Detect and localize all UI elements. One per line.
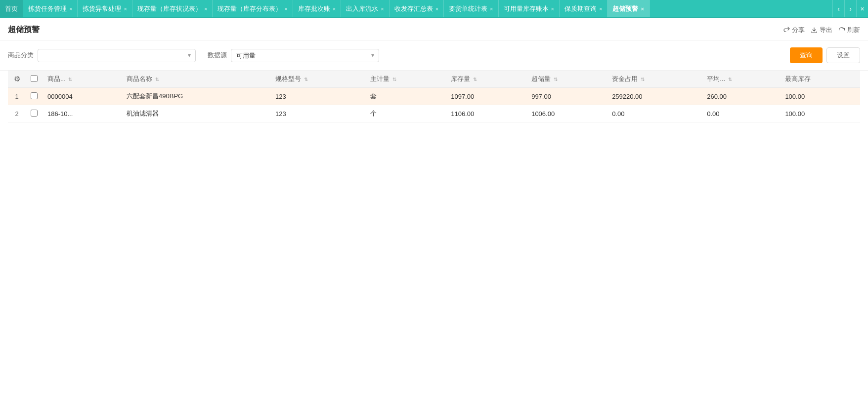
select-all-header[interactable] bbox=[26, 71, 43, 88]
product-spec: 123 bbox=[270, 105, 365, 122]
product-unit: 套 bbox=[365, 88, 446, 105]
close-icon[interactable]: × bbox=[333, 6, 336, 12]
nav-item-order-stat[interactable]: 要货单统计表 × bbox=[444, 0, 498, 17]
col-max-stock: 最高库存 bbox=[780, 71, 860, 88]
stock-qty: 1097.00 bbox=[446, 88, 526, 105]
table-row: 1 0000004 六配套新昌490BPG 123 套 1097.00 997.… bbox=[8, 88, 860, 105]
page-container: 超储预警 分享 导出 刷新 商品 bbox=[0, 18, 868, 395]
settings-gear-header[interactable]: ⚙ bbox=[8, 71, 26, 88]
sort-icon[interactable]: ⇅ bbox=[728, 77, 732, 82]
col-spec: 规格型号 ⇅ bbox=[270, 71, 365, 88]
col-product-name: 商品名称 ⇅ bbox=[122, 71, 270, 88]
close-icon[interactable]: × bbox=[435, 6, 438, 12]
gear-icon[interactable]: ⚙ bbox=[14, 75, 20, 83]
product-code: 186-10... bbox=[43, 105, 122, 122]
stock-qty: 1106.00 bbox=[446, 105, 526, 122]
query-button[interactable]: 查询 bbox=[790, 47, 823, 63]
nav-item-stock-dist[interactable]: 现存量（库存分布表） × bbox=[213, 0, 293, 17]
nav-item-stock-status[interactable]: 现存量（库存状况表） × bbox=[132, 0, 213, 17]
close-icon[interactable]: × bbox=[124, 6, 127, 12]
datasource-select[interactable]: 可用量 bbox=[231, 49, 379, 62]
row-index: 1 bbox=[8, 88, 26, 105]
close-icon[interactable]: × bbox=[381, 6, 384, 12]
sort-icon[interactable]: ⇅ bbox=[473, 77, 477, 82]
close-icon[interactable]: × bbox=[641, 6, 644, 12]
datasource-select-wrapper: 可用量 bbox=[231, 49, 379, 62]
nav-item-home[interactable]: 首页 bbox=[0, 0, 23, 17]
category-filter: 商品分类 bbox=[8, 49, 196, 62]
col-capital: 资金占用 ⇅ bbox=[607, 71, 702, 88]
nav-item-inout[interactable]: 出入库流水 × bbox=[341, 0, 389, 17]
table-row: 2 186-10... 机油滤清器 123 个 1106.00 1006.00 … bbox=[8, 105, 860, 122]
row-checkbox[interactable] bbox=[31, 92, 38, 99]
col-overstock: 超储量 ⇅ bbox=[526, 71, 607, 88]
export-button[interactable]: 导出 bbox=[811, 26, 832, 35]
overstock-table: ⚙ 商品... ⇅ 商品名称 ⇅ 规格型号 ⇅ bbox=[8, 71, 860, 122]
table-container: ⚙ 商品... ⇅ 商品名称 ⇅ 规格型号 ⇅ bbox=[0, 71, 868, 122]
header-actions: 分享 导出 刷新 bbox=[783, 26, 860, 35]
nav-item-summary[interactable]: 收发存汇总表 × bbox=[390, 0, 444, 17]
category-select-wrapper bbox=[38, 49, 196, 62]
nav-item-batch[interactable]: 库存批次账 × bbox=[293, 0, 341, 17]
filter-actions: 查询 设置 bbox=[790, 47, 860, 63]
table-body: 1 0000004 六配套新昌490BPG 123 套 1097.00 997.… bbox=[8, 88, 860, 122]
row-checkbox[interactable] bbox=[31, 110, 38, 117]
nav-arrow-close[interactable]: × bbox=[856, 0, 868, 18]
max-stock: 100.00 bbox=[780, 105, 860, 122]
avg-price: 260.00 bbox=[702, 88, 780, 105]
row-checkbox-cell[interactable] bbox=[26, 88, 43, 105]
datasource-filter: 数据源 可用量 bbox=[208, 49, 379, 62]
max-stock: 100.00 bbox=[780, 88, 860, 105]
sort-icon[interactable]: ⇅ bbox=[68, 77, 72, 82]
nav-item-overstock[interactable]: 超储预警 × bbox=[608, 0, 649, 17]
col-product-code: 商品... ⇅ bbox=[43, 71, 122, 88]
category-label: 商品分类 bbox=[8, 51, 34, 60]
col-stock: 库存量 ⇅ bbox=[446, 71, 526, 88]
filter-bar: 商品分类 数据源 可用量 查询 设置 bbox=[0, 40, 868, 71]
nav-item-task-mgmt[interactable]: 拣货任务管理 × bbox=[23, 0, 78, 17]
col-avg: 平均... ⇅ bbox=[702, 71, 780, 88]
product-code: 0000004 bbox=[43, 88, 122, 105]
close-icon[interactable]: × bbox=[284, 6, 287, 12]
sort-icon[interactable]: ⇅ bbox=[392, 77, 396, 82]
product-name: 六配套新昌490BPG bbox=[122, 88, 270, 105]
nav-arrows: ‹ › × bbox=[832, 0, 868, 18]
share-icon bbox=[783, 27, 790, 34]
settings-button[interactable]: 设置 bbox=[826, 47, 860, 63]
close-icon[interactable]: × bbox=[204, 6, 207, 12]
nav-arrow-left[interactable]: ‹ bbox=[832, 0, 844, 18]
row-index: 2 bbox=[8, 105, 26, 122]
capital-amount: 259220.00 bbox=[607, 88, 702, 105]
refresh-icon bbox=[838, 27, 845, 34]
over-stock-qty: 997.00 bbox=[526, 88, 607, 105]
col-unit: 主计量 ⇅ bbox=[365, 71, 446, 88]
sort-icon[interactable]: ⇅ bbox=[641, 77, 645, 82]
close-icon[interactable]: × bbox=[490, 6, 493, 12]
sort-icon[interactable]: ⇅ bbox=[155, 77, 159, 82]
refresh-button[interactable]: 刷新 bbox=[838, 26, 860, 35]
datasource-label: 数据源 bbox=[208, 51, 227, 60]
product-spec: 123 bbox=[270, 88, 365, 105]
top-navigation: 首页 拣货任务管理 × 拣货异常处理 × 现存量（库存状况表） × 现存量（库存… bbox=[0, 0, 868, 18]
select-all-checkbox[interactable] bbox=[31, 75, 38, 82]
nav-item-available[interactable]: 可用量库存账本 × bbox=[499, 0, 560, 17]
row-checkbox-cell[interactable] bbox=[26, 105, 43, 122]
sort-icon[interactable]: ⇅ bbox=[304, 77, 308, 82]
capital-amount: 0.00 bbox=[607, 105, 702, 122]
product-name: 机油滤清器 bbox=[122, 105, 270, 122]
nav-item-abnormal[interactable]: 拣货异常处理 × bbox=[78, 0, 132, 17]
export-icon bbox=[811, 27, 818, 34]
close-icon[interactable]: × bbox=[551, 6, 554, 12]
nav-arrow-right[interactable]: › bbox=[844, 0, 856, 18]
product-unit: 个 bbox=[365, 105, 446, 122]
sort-icon[interactable]: ⇅ bbox=[554, 77, 558, 82]
over-stock-qty: 1006.00 bbox=[526, 105, 607, 122]
avg-price: 0.00 bbox=[702, 105, 780, 122]
close-icon[interactable]: × bbox=[69, 6, 72, 12]
page-title: 超储预警 bbox=[8, 25, 40, 35]
close-icon[interactable]: × bbox=[599, 6, 602, 12]
share-button[interactable]: 分享 bbox=[783, 26, 805, 35]
category-select[interactable] bbox=[38, 49, 196, 62]
nav-item-expiry[interactable]: 保质期查询 × bbox=[560, 0, 608, 17]
page-header: 超储预警 分享 导出 刷新 bbox=[0, 18, 868, 40]
